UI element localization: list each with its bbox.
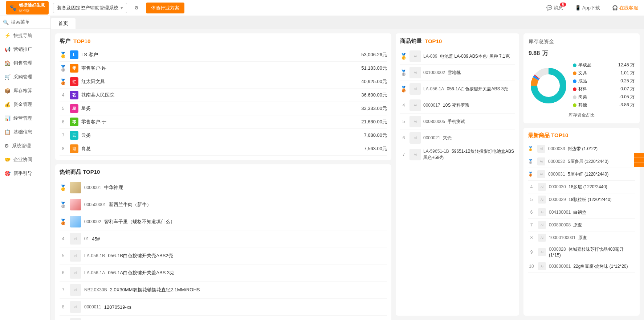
sidebar-item-quick-nav[interactable]: ⚡ 快捷导航 — [0, 29, 50, 42]
sidebar-item-finance[interactable]: 💰 资金管理 — [0, 98, 50, 111]
customer-name: 零售客户·于 — [81, 119, 358, 125]
content-area: 首页 客户 TOP10 🥇 L LS 客户 — [51, 16, 644, 320]
sidebar-item-guide[interactable]: 🎯 新手引导 — [0, 167, 50, 180]
cooperation-icon: 🤝 — [4, 157, 11, 163]
online-service-item[interactable]: 🎧 在线客服 — [612, 5, 638, 11]
list-item: 8 Ai 0000011 12070519-xs — [60, 299, 387, 316]
chart-area: 半成品 12.45 万 文具 1.01 万 成品 0 — [529, 62, 635, 110]
customer-name: 红太阳文具 — [81, 78, 358, 85]
cs-live-button[interactable]: 直播 — [634, 163, 644, 167]
table-row: 4 Ai 0000017 10S 变料罗浆 — [400, 97, 515, 114]
legend-dot — [573, 79, 576, 83]
system-selector[interactable]: 装备及固定资产辅助管理系统 ▾ — [53, 3, 127, 13]
product-image: Ai — [409, 50, 421, 62]
product-icon: Ai — [538, 183, 546, 191]
list-item: 7 Ai NB2.0X30B 2.0X30MM双摆花轴摆花直径2.1MM/ROH… — [60, 282, 387, 299]
legend-item: 成品 0.25 万 — [573, 78, 635, 84]
list-item: 🥉 Ai 0000031 5厘中纤 (1220*2440) — [528, 168, 635, 181]
medal-icon: 🥉 — [60, 78, 67, 85]
sidebar-item-purchase[interactable]: 🛒 采购管理 — [0, 70, 50, 84]
guide-icon: 🎯 — [4, 171, 11, 176]
middle-column: 商品销量 TOP10 🥇 Ai LA-089 电池盖 LA-089 ABS本色+… — [396, 33, 519, 316]
product-image — [70, 216, 81, 227]
page-body: 客户 TOP10 🥇 L LS 客户 53,006.26元 — [51, 29, 644, 320]
inventory-total-label: 库存总资金 — [529, 38, 635, 45]
cs-community-button[interactable]: 服务社区 — [634, 158, 644, 163]
list-item: 6 Ai 004100001 白钢垫 — [528, 206, 635, 219]
list-item: 5 Ai 0000029 18颗粒板 (1220*2440) — [528, 193, 635, 206]
app-download-item[interactable]: 📱 App下载 — [575, 5, 600, 11]
trial-button[interactable]: 体验行业方案 — [146, 3, 184, 13]
cs-float-panel: 客服热线 服务社区 直播 — [634, 153, 644, 167]
table-row: 🥇 L LS 客户 53,006.26元 — [60, 48, 387, 62]
search-menu-label: 搜索菜单 — [11, 19, 30, 25]
product-image: Ai — [409, 83, 421, 95]
search-icon: 🔍 — [3, 20, 9, 25]
system-icon: ⚙ — [4, 143, 9, 149]
list-item: 4 Ai 01 45# — [60, 230, 387, 247]
product-icon: Ai — [538, 248, 546, 256]
hot-products-title: 热销商品 TOP10 — [60, 169, 387, 176]
hot-products-card: 热销商品 TOP10 🥇 0000001 中华神鹿 🥈 — [55, 164, 391, 320]
sidebar-item-inventory[interactable]: 📦 库存核算 — [0, 84, 50, 98]
search-menu[interactable]: 🔍 搜索菜单 — [0, 16, 50, 29]
table-row: 🥈 Ai 001000002 雪地靴 — [400, 65, 515, 81]
legend-dot — [573, 95, 576, 99]
chevron-down-icon: ▾ — [121, 5, 123, 11]
table-row: 6 Ai 0000021 夹壳 — [400, 130, 515, 146]
medal-icon: 🥇 — [60, 52, 67, 58]
cs-hotline-button[interactable]: 客服热线 — [634, 153, 644, 158]
medal-icon: 🥉 — [528, 172, 534, 177]
product-image — [70, 182, 81, 193]
product-icon: Ai — [538, 196, 546, 204]
product-icon: Ai — [537, 170, 545, 178]
avatar: 零 — [70, 64, 78, 73]
sidebar-item-operations[interactable]: 📊 经营管理 — [0, 111, 50, 125]
list-item: 🥈 Ai 0000032 5厘多层 (1220*2440) — [528, 155, 635, 168]
sidebar-item-system[interactable]: ⚙ 系统管理 — [0, 139, 50, 153]
sidebar-label-quick-nav: 快捷导航 — [13, 32, 32, 39]
sidebar-label-sales: 销售管理 — [13, 60, 32, 66]
app-download-label: App下载 — [582, 5, 600, 11]
product-image: Ai — [70, 250, 81, 262]
sidebar-item-basic-info[interactable]: 📋 基础信息 — [0, 125, 50, 139]
medal-icon: 🥇 — [528, 146, 534, 151]
customer-amount: 21,680.00元 — [361, 119, 387, 125]
service-icon: 🎧 — [612, 5, 618, 11]
finance-icon: 💰 — [4, 102, 11, 107]
new-products-title: 最新商品 TOP10 — [528, 132, 635, 139]
customer-rank-table: 🥇 L LS 客户 53,006.26元 🥈 零 零售客户·许 51,183.0… — [60, 48, 387, 156]
logo-icon: 🐾 — [9, 4, 17, 11]
sidebar-label-guide: 新手引导 — [13, 170, 32, 177]
table-row: 8 肖 肖总 7,563.00元 — [60, 142, 387, 156]
product-image: Ai — [409, 67, 421, 78]
settings-icon[interactable]: ⚙ — [131, 3, 142, 13]
product-image: Ai — [70, 233, 81, 245]
tab-home[interactable]: 首页 — [51, 18, 76, 29]
header-right: 💬 消息 6 📱 App下载 🎧 在线客服 — [546, 4, 638, 12]
sidebar-item-sales[interactable]: 🏠 销售管理 — [0, 56, 50, 70]
inventory-total-value: 9.88 万 — [529, 46, 635, 58]
top-sales-title: 商品销量 TOP10 — [400, 38, 515, 45]
left-column: 客户 TOP10 🥇 L LS 客户 53,006.26元 — [55, 33, 391, 316]
donut-chart — [529, 66, 568, 107]
product-image — [70, 199, 81, 210]
medal-icon: 🥈 — [528, 159, 534, 164]
customer-name: LS 客户 — [81, 52, 358, 58]
legend-item: 肉类 -0.05 万 — [573, 94, 635, 100]
customer-amount: 7,563.00元 — [364, 145, 387, 152]
sidebar-item-cooperation[interactable]: 🤝 企业协同 — [0, 153, 50, 167]
medal-icon: 🥇 — [60, 184, 67, 191]
sidebar-label-finance: 资金管理 — [13, 101, 32, 108]
table-row: 5 星 星扬 33,333.00元 — [60, 102, 387, 115]
message-item[interactable]: 💬 消息 6 — [546, 5, 563, 11]
online-service-label: 在线客服 — [619, 5, 638, 11]
sidebar-item-marketing[interactable]: 📢 营销推广 — [0, 42, 50, 56]
divider2 — [606, 4, 606, 12]
medal-icon: 🥉 — [60, 218, 67, 225]
list-item: 5 Ai LA-056-1B 056-1B白色按键开关壳ABS2壳 — [60, 247, 387, 264]
avatar: 苍 — [70, 91, 78, 99]
purchase-icon: 🛒 — [4, 74, 11, 80]
quick-nav-icon: ⚡ — [4, 33, 11, 38]
legend-item: 文具 1.01 万 — [573, 70, 635, 76]
